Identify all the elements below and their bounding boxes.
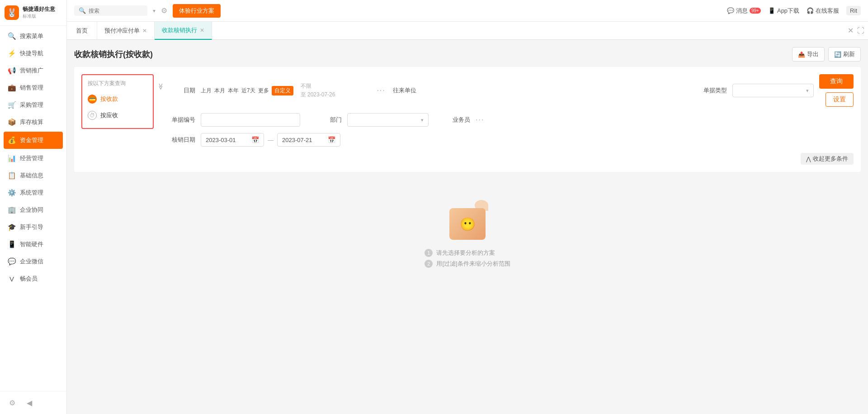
- date-custom-btn[interactable]: 自定义: [272, 86, 293, 95]
- app-icon: 📱: [768, 7, 775, 14]
- receivable-icon: ⏱: [88, 111, 97, 120]
- sidebar-item-label-marketing: 营销推广: [20, 67, 43, 75]
- tab-prepay-close-icon[interactable]: ✕: [142, 28, 147, 34]
- tab-receipt-offset-label: 收款核销执行: [162, 26, 197, 34]
- filter-panel: 按以下方案查询 💳 按收款 ⏱ 按应收 ≫ 日期: [74, 67, 861, 172]
- date-to-value: 至 2023-07-26: [301, 91, 335, 99]
- hint-num-1: 1: [425, 249, 433, 257]
- tab-close-all-icon[interactable]: ✕: [848, 26, 854, 35]
- solution-button[interactable]: 体验行业方案: [173, 4, 221, 18]
- search-icon: 🔍: [7, 32, 16, 40]
- app-label: App下载: [777, 7, 799, 15]
- sidebar-item-label-enterprise: 企业协同: [20, 206, 43, 214]
- export-icon: 📤: [798, 51, 805, 58]
- filter-option-by-receivable[interactable]: ⏱ 按应收: [82, 107, 153, 124]
- date-year-btn[interactable]: 本年: [228, 87, 239, 95]
- settings-icon[interactable]: ⚙: [5, 396, 19, 409]
- date-quick-btns: 上月 本月 本年 近7天 更多 自定义: [201, 86, 293, 95]
- sidebar-item-wechat[interactable]: 💬企业微信: [0, 253, 66, 270]
- sidebar-item-guide[interactable]: 🎓新手引导: [0, 219, 66, 236]
- basic-icon: 📋: [7, 171, 16, 180]
- date-prev-month-btn[interactable]: 上月: [201, 87, 212, 95]
- topbar-gear-icon[interactable]: ⚙: [161, 6, 167, 15]
- date-7days-btn[interactable]: 近7天: [241, 87, 255, 95]
- logo-icon: 🐰: [5, 5, 19, 20]
- sidebar-item-member[interactable]: V畅会员: [0, 270, 66, 287]
- sidebar-item-search[interactable]: 🔍搜索菜单: [0, 28, 66, 45]
- sidebar-item-finance[interactable]: 💰资金管理: [4, 132, 63, 149]
- empty-hint-2-text: 用[过滤]条件来缩小分析范围: [436, 260, 510, 268]
- collapse-more-btn[interactable]: ⋀ 收起更多条件: [801, 153, 854, 165]
- tab-receipt-offset[interactable]: 收款核销执行 ✕: [155, 22, 212, 40]
- export-button[interactable]: 📤 导出: [792, 47, 825, 62]
- filter-option-by-receipt[interactable]: 💳 按收款: [82, 91, 153, 107]
- search-input[interactable]: [89, 8, 143, 14]
- date-curr-month-btn[interactable]: 本月: [214, 87, 225, 95]
- sidebar-item-marketing[interactable]: 📢营销推广: [0, 62, 66, 79]
- date-no-limit: 不限: [301, 82, 335, 90]
- marketing-icon: 📢: [7, 67, 16, 75]
- collapse-sidebar-icon[interactable]: ◀: [23, 396, 36, 409]
- system-icon: ⚙️: [7, 189, 16, 197]
- sidebar-item-label-member: 畅会员: [20, 275, 38, 283]
- logo-sub: 标准版: [23, 13, 55, 19]
- filter-sidebar: 按以下方案查询 💳 按收款 ⏱ 按应收: [81, 74, 154, 129]
- date-label: 日期: [170, 86, 195, 95]
- doc-no-input[interactable]: [201, 113, 300, 127]
- msg-button[interactable]: 💬 消息 99+: [727, 7, 761, 15]
- tab-home[interactable]: 首页: [67, 22, 97, 40]
- empty-hints: 1 请先选择要分析的方案 2 用[过滤]条件来缩小分析范围: [425, 249, 510, 268]
- service-button[interactable]: 🎧 在线客服: [807, 7, 839, 15]
- sidebar-item-quicknav[interactable]: ⚡快捷导航: [0, 45, 66, 62]
- filter-row-2: 单据编号 部门 ▾ 业务员 ···: [170, 113, 854, 127]
- sidebar-item-operation[interactable]: 📊经营管理: [0, 150, 66, 167]
- quicknav-icon: ⚡: [7, 49, 16, 57]
- logo-main: 畅捷通好生意: [23, 6, 55, 13]
- filter-row-1: 日期 上月 本月 本年 近7天 更多 自定义 不限 至 2023-07-26 ·…: [170, 74, 854, 107]
- page-title: 收款核销执行(按收款): [74, 49, 153, 60]
- refresh-button[interactable]: 🔄 刷新: [828, 47, 861, 62]
- user-menu[interactable]: Rit: [846, 6, 861, 15]
- dept-dropdown-icon: ▾: [421, 117, 424, 123]
- setting-button[interactable]: 设置: [826, 92, 854, 107]
- sales-icon: 💼: [7, 84, 16, 92]
- filter-option-by-receivable-label: 按应收: [100, 111, 118, 119]
- sidebar-item-label-inventory: 库存核算: [20, 118, 43, 126]
- calendar-end-icon: 📅: [328, 136, 335, 143]
- doc-type-select[interactable]: ▾: [732, 84, 814, 97]
- doc-type-dropdown-icon: ▾: [806, 88, 809, 94]
- sidebar-logo: 🐰 畅捷通好生意 标准版: [0, 0, 66, 26]
- offset-date-start-input[interactable]: 2023-03-01 📅: [201, 133, 264, 147]
- offset-date-end-input[interactable]: 2023-07-21 📅: [277, 133, 340, 147]
- filter-sidebar-collapse-btn[interactable]: ≫: [157, 81, 165, 92]
- query-button[interactable]: 查询: [819, 74, 854, 89]
- date-more-btn[interactable]: 更多: [258, 87, 269, 95]
- offset-date-start-val: 2023-03-01: [206, 137, 249, 143]
- user-label: Rit: [850, 7, 857, 14]
- sidebar-item-inventory[interactable]: 📦库存核算: [0, 114, 66, 131]
- collapse-icon: ⋀: [806, 156, 811, 162]
- service-icon: 🎧: [807, 7, 814, 14]
- finance-icon: 💰: [7, 136, 16, 144]
- calendar-start-icon: 📅: [251, 136, 259, 143]
- dept-select[interactable]: ▾: [347, 113, 429, 127]
- sidebar-item-sales[interactable]: 💼销售管理: [0, 79, 66, 96]
- tab-expand-icon[interactable]: ⛶: [857, 27, 864, 35]
- sidebar-item-system[interactable]: ⚙️系统管理: [0, 184, 66, 201]
- tab-receipt-offset-close-icon[interactable]: ✕: [200, 27, 204, 33]
- sidebar-item-basic[interactable]: 📋基础信息: [0, 167, 66, 184]
- sidebar-item-enterprise[interactable]: 🏢企业协同: [0, 201, 66, 219]
- topbar-right: 💬 消息 99+ 📱 App下载 🎧 在线客服 Rit: [727, 6, 861, 15]
- receipt-icon: 💳: [88, 95, 97, 104]
- inventory-icon: 📦: [7, 118, 16, 126]
- dept-label: 部门: [316, 116, 342, 124]
- sidebar: 🐰 畅捷通好生意 标准版 🔍搜索菜单⚡快捷导航📢营销推广💼销售管理🛒采购管理📦库…: [0, 0, 67, 414]
- tab-prepay[interactable]: 预付冲应付单 ✕: [97, 22, 155, 40]
- topbar-search-wrap[interactable]: 🔍: [74, 5, 147, 16]
- topbar-chevron-icon[interactable]: ▾: [153, 8, 156, 14]
- main-area: 🔍 ▾ ⚙ 体验行业方案 💬 消息 99+ 📱 App下载 🎧 在线客服 Rit: [67, 0, 868, 414]
- tab-prepay-label: 预付冲应付单: [104, 27, 140, 35]
- app-download-button[interactable]: 📱 App下载: [768, 7, 799, 15]
- sidebar-item-purchase[interactable]: 🛒采购管理: [0, 96, 66, 114]
- sidebar-item-hardware[interactable]: 📱智能硬件: [0, 236, 66, 253]
